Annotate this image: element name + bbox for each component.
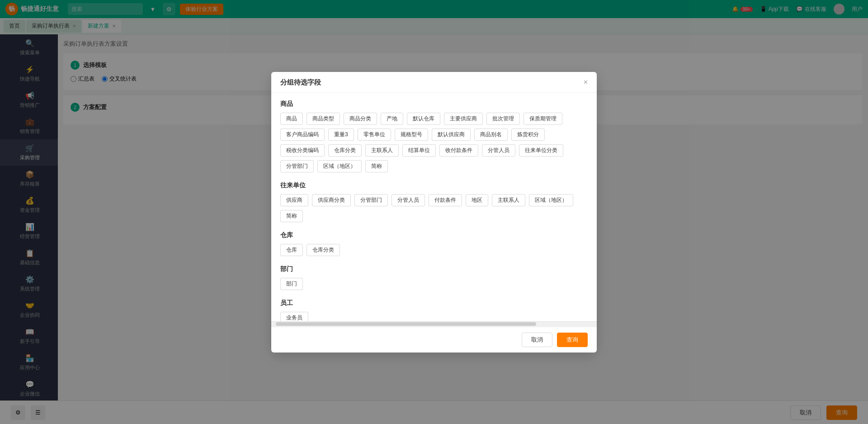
field-tag[interactable]: 仓库分类 <box>328 144 362 157</box>
field-tag[interactable]: 默认仓库 <box>407 113 440 125</box>
section-warehouse-title: 仓库 <box>280 231 588 239</box>
dialog-close-btn[interactable]: × <box>584 78 588 86</box>
section-partner-title: 往来单位 <box>280 181 588 190</box>
field-tag[interactable]: 简称 <box>280 210 303 222</box>
field-tag[interactable]: 地区 <box>466 194 488 206</box>
field-tag[interactable]: 税收分类编码 <box>280 144 325 157</box>
section-dept-fields: 部门 <box>280 278 588 290</box>
field-tag[interactable]: 部门 <box>280 278 303 290</box>
field-select-dialog: 分组待选字段 × 商品 商品 商品类型 商品分类 产地 默认仓库 主要供应商 批… <box>271 72 597 353</box>
section-product: 商品 商品 商品类型 商品分类 产地 默认仓库 主要供应商 批次管理 保质期管理… <box>280 100 588 172</box>
dialog-title: 分组待选字段 <box>280 78 321 87</box>
field-tag[interactable]: 分管人员 <box>392 194 425 206</box>
field-tag[interactable]: 主联系人 <box>365 144 399 157</box>
dialog-overlay: 分组待选字段 × 商品 商品 商品类型 商品分类 产地 默认仓库 主要供应商 批… <box>0 0 868 424</box>
field-tag[interactable]: 零售单位 <box>358 129 391 141</box>
field-tag[interactable]: 付款条件 <box>429 194 462 206</box>
section-dept-title: 部门 <box>280 265 588 273</box>
cancel-button[interactable]: 取消 <box>522 333 552 347</box>
field-tag[interactable]: 结算单位 <box>402 144 436 157</box>
field-tag[interactable]: 商品别名 <box>474 129 508 141</box>
field-tag[interactable]: 商品分类 <box>344 113 377 125</box>
section-partner-fields: 供应商 供应商分类 分管部门 分管人员 付款条件 地区 主联系人 区域（地区） … <box>280 194 588 222</box>
field-tag[interactable]: 往来单位分类 <box>519 144 563 157</box>
section-staff: 员工 业务员 <box>280 299 588 321</box>
field-tag[interactable]: 仓库 <box>280 244 303 256</box>
confirm-button[interactable]: 查询 <box>557 333 588 347</box>
field-tag[interactable]: 保质期管理 <box>524 113 562 125</box>
field-tag[interactable]: 分管人员 <box>482 144 515 157</box>
field-tag[interactable]: 仓库分类 <box>307 244 340 256</box>
field-tag[interactable]: 供应商分类 <box>312 194 351 206</box>
field-tag[interactable]: 分管部门 <box>280 160 314 172</box>
section-staff-fields: 业务员 <box>280 312 588 321</box>
section-partner: 往来单位 供应商 供应商分类 分管部门 分管人员 付款条件 地区 主联系人 区域… <box>280 181 588 222</box>
field-tag[interactable]: 业务员 <box>280 312 308 321</box>
dialog-footer: 取消 查询 <box>271 327 597 353</box>
field-tag[interactable]: 区域（地区） <box>529 194 573 206</box>
field-tag[interactable]: 简称 <box>365 160 388 172</box>
section-product-title: 商品 <box>280 100 588 108</box>
field-tag[interactable]: 重量3 <box>328 129 354 141</box>
field-tag[interactable]: 主要供应商 <box>444 113 483 125</box>
field-tag[interactable]: 供应商 <box>280 194 308 206</box>
section-product-fields: 商品 商品类型 商品分类 产地 默认仓库 主要供应商 批次管理 保质期管理 客户… <box>280 113 588 172</box>
field-tag[interactable]: 产地 <box>381 113 403 125</box>
field-tag[interactable]: 商品 <box>280 113 303 125</box>
dialog-body: 商品 商品 商品类型 商品分类 产地 默认仓库 主要供应商 批次管理 保质期管理… <box>271 93 597 321</box>
field-tag[interactable]: 默认供应商 <box>432 129 471 141</box>
field-tag[interactable]: 规格型号 <box>395 129 428 141</box>
section-warehouse-fields: 仓库 仓库分类 <box>280 244 588 256</box>
field-tag[interactable]: 分管部门 <box>354 194 388 206</box>
field-tag[interactable]: 客户商品编码 <box>280 129 325 141</box>
field-tag[interactable]: 批次管理 <box>486 113 520 125</box>
dialog-hscrollbar[interactable] <box>271 321 597 327</box>
section-staff-title: 员工 <box>280 299 588 307</box>
dialog-hscroll-thumb[interactable] <box>276 322 536 326</box>
dialog-header: 分组待选字段 × <box>271 72 597 93</box>
section-warehouse: 仓库 仓库 仓库分类 <box>280 231 588 256</box>
section-dept: 部门 部门 <box>280 265 588 290</box>
field-tag[interactable]: 区域（地区） <box>317 160 362 172</box>
field-tag[interactable]: 主联系人 <box>492 194 525 206</box>
field-tag[interactable]: 商品类型 <box>307 113 340 125</box>
field-tag[interactable]: 炼货积分 <box>511 129 545 141</box>
field-tag[interactable]: 收付款条件 <box>439 144 478 157</box>
